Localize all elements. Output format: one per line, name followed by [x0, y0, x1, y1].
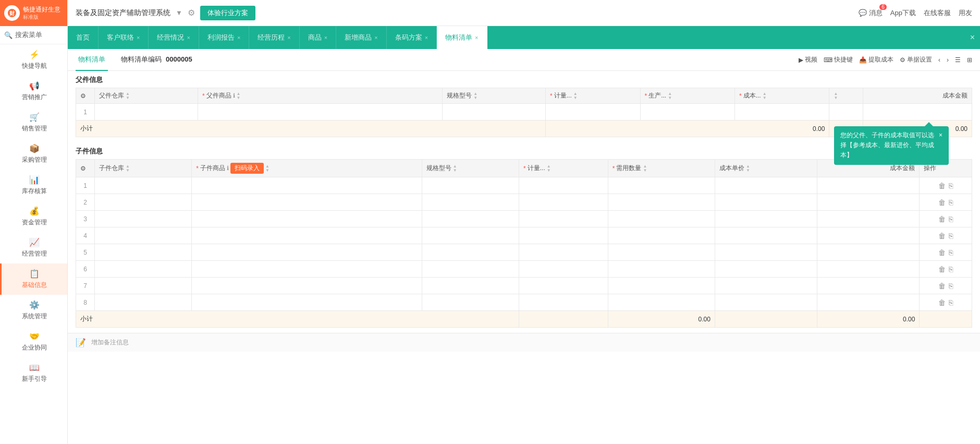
child-row-5-delete-icon[interactable]: 🗑: [938, 248, 946, 257]
child-row-2-warehouse[interactable]: [95, 194, 192, 211]
bottom-hint[interactable]: 增加备注信息: [91, 338, 129, 347]
child-row-6-measure[interactable]: [519, 261, 608, 278]
tab-bom[interactable]: 物料清单 ×: [437, 26, 487, 49]
tab-products-close[interactable]: ×: [324, 34, 327, 41]
child-row-1-delete-icon[interactable]: 🗑: [938, 182, 946, 190]
parent-row-1-product[interactable]: [198, 104, 442, 121]
sidebar-item-sales[interactable]: 🛒 销售管理: [0, 107, 67, 138]
child-row-6-warehouse[interactable]: [95, 261, 192, 278]
parent-row-1-produce[interactable]: [640, 104, 734, 121]
parent-row-1-measure[interactable]: [546, 104, 640, 121]
sidebar-item-basic-info[interactable]: 📋 基础信息: [0, 263, 67, 295]
sidebar-item-purchase[interactable]: 📦 采购管理: [0, 138, 67, 170]
expand-icon[interactable]: ⊞: [967, 56, 972, 64]
user-menu[interactable]: 用友: [959, 8, 972, 18]
sub-tab-bom[interactable]: 物料清单: [76, 49, 108, 71]
tab-profit[interactable]: 利润报告 ×: [199, 26, 249, 49]
child-row-7-product[interactable]: [192, 278, 422, 294]
child-row-6-qty[interactable]: [608, 261, 715, 278]
child-row-4-spec[interactable]: [422, 227, 519, 244]
view-btn[interactable]: ▶ 视频: [799, 55, 817, 64]
tab-operations-status[interactable]: 经营情况 ×: [149, 26, 199, 49]
parent-row-1-spec[interactable]: [443, 104, 546, 121]
child-row-4-warehouse[interactable]: [95, 227, 192, 244]
child-row-7-copy-icon[interactable]: ⎘: [949, 282, 953, 290]
app-download[interactable]: App下载: [890, 8, 916, 18]
single-settings-btn[interactable]: ⚙ 单据设置: [900, 55, 932, 64]
child-row-3-product[interactable]: [192, 211, 422, 227]
tab-profit-close[interactable]: ×: [237, 34, 240, 41]
child-row-8-spec[interactable]: [422, 294, 519, 311]
tab-customer[interactable]: 客户联络 ×: [99, 26, 149, 49]
tab-home[interactable]: 首页: [68, 26, 99, 49]
tab-new-product-close[interactable]: ×: [374, 34, 377, 41]
tab-history[interactable]: 经营历程 ×: [249, 26, 299, 49]
child-row-3-unit-cost[interactable]: [715, 211, 817, 227]
sidebar-item-operations[interactable]: 📈 经营管理: [0, 232, 67, 263]
child-row-4-unit-cost[interactable]: [715, 227, 817, 244]
child-row-5-spec[interactable]: [422, 244, 519, 261]
child-row-6-product[interactable]: [192, 261, 422, 278]
child-row-7-spec[interactable]: [422, 278, 519, 294]
layout-icon[interactable]: ☰: [955, 56, 961, 64]
child-row-8-measure[interactable]: [519, 294, 608, 311]
child-row-1-product[interactable]: [192, 177, 422, 194]
parent-row-1-warehouse[interactable]: [95, 104, 198, 121]
tab-ops-close[interactable]: ×: [187, 34, 190, 41]
tab-barcode-close[interactable]: ×: [425, 34, 428, 41]
child-row-6-unit-cost[interactable]: [715, 261, 817, 278]
tab-barcode[interactable]: 条码方案 ×: [387, 26, 437, 49]
child-row-6-delete-icon[interactable]: 🗑: [938, 265, 946, 273]
tooltip-close-button[interactable]: ×: [939, 130, 942, 140]
child-row-1-unit-cost[interactable]: [715, 177, 817, 194]
tab-history-close[interactable]: ×: [287, 34, 290, 41]
child-row-7-qty[interactable]: [608, 278, 715, 294]
child-row-2-measure[interactable]: [519, 194, 608, 211]
online-service[interactable]: 在线客服: [924, 8, 951, 18]
child-row-8-product[interactable]: [192, 294, 422, 311]
sidebar-item-finance[interactable]: 💰 资金管理: [0, 201, 67, 232]
parent-row-1-cost[interactable]: [734, 104, 829, 121]
child-row-8-copy-icon[interactable]: ⎘: [949, 298, 953, 307]
sidebar-item-guide[interactable]: 📖 新手引导: [0, 357, 67, 389]
scan-button[interactable]: 扫码录入: [230, 163, 264, 174]
sidebar-item-system[interactable]: ⚙️ 系统管理: [0, 295, 67, 326]
child-row-3-warehouse[interactable]: [95, 211, 192, 227]
shortcut-btn[interactable]: ⌨ 快捷键: [824, 55, 853, 64]
child-row-1-copy-icon[interactable]: ⎘: [949, 182, 953, 190]
child-row-7-unit-cost[interactable]: [715, 278, 817, 294]
child-row-5-copy-icon[interactable]: ⎘: [949, 248, 953, 257]
child-row-8-qty[interactable]: [608, 294, 715, 311]
child-row-4-delete-icon[interactable]: 🗑: [938, 232, 946, 240]
child-row-1-measure[interactable]: [519, 177, 608, 194]
child-row-2-spec[interactable]: [422, 194, 519, 211]
child-row-2-unit-cost[interactable]: [715, 194, 817, 211]
child-row-6-spec[interactable]: [422, 261, 519, 278]
child-row-3-delete-icon[interactable]: 🗑: [938, 215, 946, 223]
child-row-7-warehouse[interactable]: [95, 278, 192, 294]
child-row-5-warehouse[interactable]: [95, 244, 192, 261]
sidebar-item-enterprise[interactable]: 🤝 企业协同: [0, 326, 67, 357]
child-row-8-warehouse[interactable]: [95, 294, 192, 311]
child-row-4-copy-icon[interactable]: ⎘: [949, 232, 953, 240]
close-all-tabs[interactable]: ×: [965, 33, 980, 42]
child-row-2-copy-icon[interactable]: ⎘: [949, 198, 953, 207]
child-row-8-unit-cost[interactable]: [715, 294, 817, 311]
child-row-3-measure[interactable]: [519, 211, 608, 227]
child-row-7-delete-icon[interactable]: 🗑: [938, 282, 946, 290]
tab-new-product[interactable]: 新增商品 ×: [336, 26, 386, 49]
child-row-5-product[interactable]: [192, 244, 422, 261]
sub-tab-code[interactable]: 物料清单编码 0000005: [118, 49, 195, 71]
child-row-1-warehouse[interactable]: [95, 177, 192, 194]
child-row-2-delete-icon[interactable]: 🗑: [938, 198, 946, 207]
child-row-5-unit-cost[interactable]: [715, 244, 817, 261]
child-row-4-qty[interactable]: [608, 227, 715, 244]
nav-next[interactable]: ›: [947, 56, 949, 64]
child-row-5-qty[interactable]: [608, 244, 715, 261]
message-badge[interactable]: 💬 消息 6: [859, 8, 883, 18]
child-row-1-qty[interactable]: [608, 177, 715, 194]
nav-prev[interactable]: ‹: [938, 56, 940, 64]
child-row-3-copy-icon[interactable]: ⎘: [949, 215, 953, 223]
tab-bom-close[interactable]: ×: [475, 34, 478, 41]
child-row-8-delete-icon[interactable]: 🗑: [938, 298, 946, 307]
